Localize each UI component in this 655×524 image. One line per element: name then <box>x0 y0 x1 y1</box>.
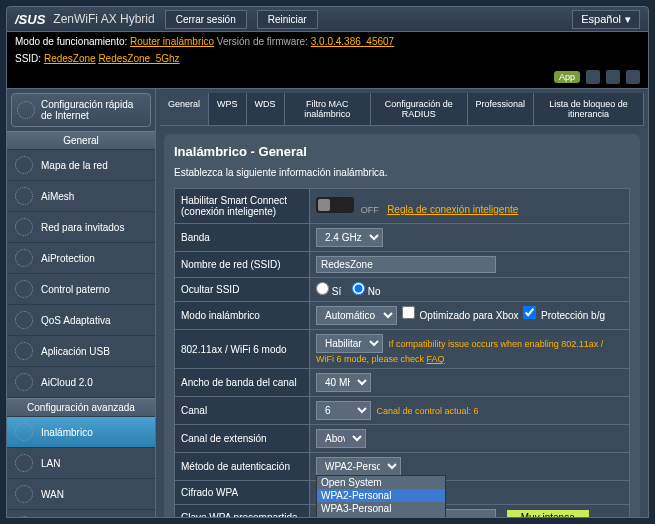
wireless-form: Habilitar Smart Connect (conexión inteli… <box>174 188 630 518</box>
fw-label: Versión de firmware: <box>217 36 308 47</box>
wan-icon <box>15 485 33 503</box>
band-label: Banda <box>175 224 310 252</box>
ssid-field-label: Nombre de red (SSID) <box>175 252 310 278</box>
sidebar-item-wan[interactable]: WAN <box>7 479 155 510</box>
xbox-checkbox[interactable] <box>402 306 415 319</box>
auth-option-open[interactable]: Open System <box>317 476 445 489</box>
fw-value[interactable]: 3.0.0.4.386_45607 <box>311 36 394 47</box>
quick-setup-label: Configuración rápida de Internet <box>41 99 145 121</box>
hide-yes-radio[interactable] <box>316 282 329 295</box>
auth-option-wpa3[interactable]: WPA3-Personal <box>317 502 445 515</box>
tab-mac-filter[interactable]: Filtro MAC inalámbrico <box>285 93 371 125</box>
tab-general[interactable]: General <box>160 93 209 125</box>
lock-icon <box>15 280 33 298</box>
quick-setup-button[interactable]: Configuración rápida de Internet <box>11 93 151 127</box>
bandwidth-label: Ancho de banda del canal <box>175 369 310 397</box>
sidebar-item-qos[interactable]: QoS Adaptativa <box>7 305 155 336</box>
smart-connect-state: OFF <box>361 205 379 215</box>
lan-icon <box>15 454 33 472</box>
ax-select[interactable]: Habilitar <box>316 334 383 353</box>
auth-option-wpa2[interactable]: WPA2-Personal <box>317 489 445 502</box>
reboot-button[interactable]: Reiniciar <box>257 10 318 29</box>
sidebar-item-aiprotection[interactable]: AiProtection <box>7 243 155 274</box>
cipher-label: Cifrado WPA <box>175 481 310 505</box>
ssid1-value[interactable]: RedesZone <box>44 53 96 64</box>
bandwidth-select[interactable]: 40 MHz <box>316 373 371 392</box>
auth-option-wpa-wpa2[interactable]: WPA/WPA2-Personal <box>317 515 445 518</box>
status-icon-2[interactable] <box>606 70 620 84</box>
sidebar-item-usb[interactable]: Aplicación USB <box>7 336 155 367</box>
bg-checkbox[interactable] <box>523 306 536 319</box>
op-mode-value[interactable]: Router inalámbrico <box>130 36 214 47</box>
status-icon-3[interactable] <box>626 70 640 84</box>
hide-no-radio[interactable] <box>352 282 365 295</box>
info-bar: Modo de funcionamiento: Router inalámbri… <box>6 32 649 88</box>
auth-method-dropdown[interactable]: WPA2-Personal Open System WPA2-Personal … <box>316 457 401 476</box>
sidebar-item-network-map[interactable]: Mapa de la red <box>7 150 155 181</box>
wifi-icon <box>15 423 33 441</box>
sidebar-item-aimesh[interactable]: AiMesh <box>7 181 155 212</box>
faq-link[interactable]: FAQ <box>427 354 445 364</box>
sidebar-item-aicloud[interactable]: AiCloud 2.0 <box>7 367 155 398</box>
mode-select[interactable]: Automático <box>316 306 397 325</box>
band-select[interactable]: 2.4 GHz <box>316 228 383 247</box>
tab-wps[interactable]: WPS <box>209 93 247 125</box>
sidebar-category-general: General <box>7 131 155 150</box>
channel-select[interactable]: 6 <box>316 401 371 420</box>
gear-icon <box>17 101 35 119</box>
chevron-down-icon: ▾ <box>625 13 631 26</box>
wpa-key-label: Clave WPA precompartida <box>175 505 310 519</box>
sidebar-item-lan[interactable]: LAN <box>7 448 155 479</box>
panel-desc: Establezca la siguiente información inal… <box>174 167 630 178</box>
sidebar-category-advanced: Configuración avanzada <box>7 398 155 417</box>
guest-icon <box>15 218 33 236</box>
tab-radius[interactable]: Configuración de RADIUS <box>371 93 468 125</box>
hide-no-label[interactable]: No <box>352 286 381 297</box>
ext-channel-select[interactable]: Above <box>316 429 366 448</box>
sidebar-item-alexa[interactable]: Alexa & IFTTT <box>7 510 155 518</box>
ssid2-value[interactable]: RedesZone_5Ghz <box>98 53 179 64</box>
tab-professional[interactable]: Professional <box>468 93 535 125</box>
globe-icon <box>15 156 33 174</box>
smart-connect-label: Habilitar Smart Connect (conexión inteli… <box>175 189 310 224</box>
channel-label: Canal <box>175 397 310 425</box>
auth-label: Método de autenticación <box>175 453 310 481</box>
sidebar: Configuración rápida de Internet General… <box>6 88 156 518</box>
hide-yes-label[interactable]: Sí <box>316 286 341 297</box>
alexa-icon <box>15 516 33 518</box>
smart-connect-toggle[interactable] <box>316 197 354 213</box>
language-label: Español <box>581 13 621 25</box>
language-selector[interactable]: Español ▾ <box>572 10 640 29</box>
brand-logo: /SUS <box>15 12 45 27</box>
status-icon-1[interactable] <box>586 70 600 84</box>
key-strength-badge: Muy intensa <box>507 510 589 518</box>
tab-roaming-block[interactable]: Lista de bloqueo de itinerancia <box>534 93 644 125</box>
auth-options-list: Open System WPA2-Personal WPA3-Personal … <box>316 475 446 518</box>
panel-title: Inalámbrico - General <box>174 144 630 159</box>
op-mode-label: Modo de funcionamiento: <box>15 36 127 47</box>
usb-icon <box>15 342 33 360</box>
hide-ssid-label: Ocultar SSID <box>175 278 310 302</box>
xbox-label: Optimizado para Xbox <box>420 310 519 321</box>
smart-connect-rule-link[interactable]: Regla de conexión inteligente <box>387 204 518 215</box>
mode-label: Modo inalámbrico <box>175 302 310 330</box>
ssid-input[interactable] <box>316 256 496 273</box>
mesh-icon <box>15 187 33 205</box>
wireless-panel: Inalámbrico - General Establezca la sigu… <box>164 134 640 518</box>
ax-label: 802.11ax / WiFi 6 modo <box>175 330 310 369</box>
app-badge[interactable]: App <box>554 71 580 83</box>
sidebar-item-parental[interactable]: Control paterno <box>7 274 155 305</box>
ssid-label: SSID: <box>15 53 41 64</box>
tab-wds[interactable]: WDS <box>247 93 285 125</box>
sidebar-item-guest-network[interactable]: Red para invitados <box>7 212 155 243</box>
auth-select[interactable]: WPA2-Personal <box>316 457 401 476</box>
logout-button[interactable]: Cerrar sesión <box>165 10 247 29</box>
sidebar-item-wireless[interactable]: Inalámbrico <box>7 417 155 448</box>
tab-bar: General WPS WDS Filtro MAC inalámbrico C… <box>160 93 644 126</box>
content-area: General WPS WDS Filtro MAC inalámbrico C… <box>156 88 649 518</box>
channel-current: Canal de control actual: 6 <box>377 406 479 416</box>
shield-icon <box>15 249 33 267</box>
bg-label: Protección b/g <box>541 310 605 321</box>
top-bar: /SUS ZenWiFi AX Hybrid Cerrar sesión Rei… <box>6 6 649 32</box>
gauge-icon <box>15 311 33 329</box>
